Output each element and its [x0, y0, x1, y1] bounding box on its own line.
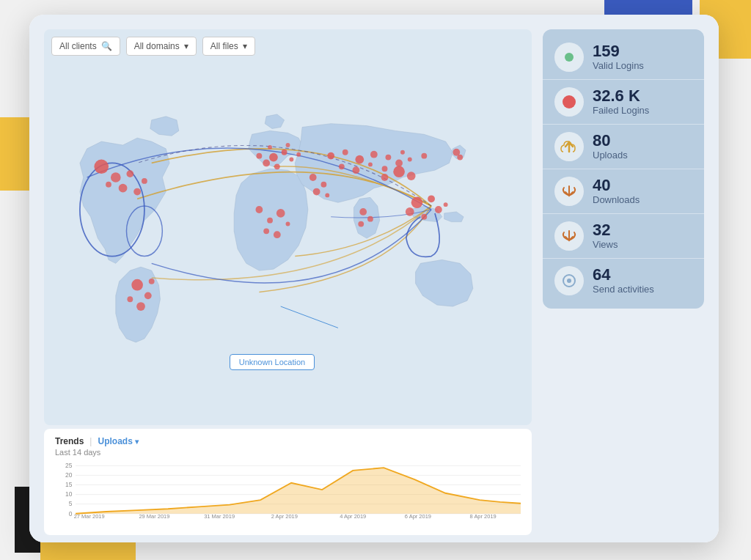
send-activities-text: 64 Send activities: [593, 266, 654, 295]
svg-point-28: [435, 206, 442, 213]
send-activities-icon: [554, 266, 584, 295]
stat-valid-logins[interactable]: 159 Valid Logins: [543, 35, 704, 80]
svg-point-18: [353, 166, 360, 174]
svg-point-20: [382, 166, 388, 172]
files-dropdown[interactable]: All files ▾: [202, 37, 255, 56]
chart-area: Trends | Uploads ▾ Last 14 days 25 20: [44, 429, 532, 535]
svg-text:6 Apr 2019: 6 Apr 2019: [405, 513, 431, 520]
uploads-label: Uploads: [593, 150, 628, 161]
laptop-frame: All clients 🔍 All domains ▾ All files ▾: [29, 15, 719, 542]
svg-line-60: [281, 306, 338, 328]
stat-send-activities[interactable]: 64 Send activities: [543, 259, 704, 303]
svg-point-37: [131, 279, 143, 291]
svg-point-59: [381, 174, 389, 181]
svg-point-25: [428, 195, 435, 202]
valid-logins-number: 159: [593, 43, 644, 60]
chart-filter[interactable]: Uploads ▾: [98, 436, 138, 446]
svg-point-43: [267, 218, 273, 224]
downloads-number: 40: [593, 177, 640, 194]
svg-point-11: [327, 152, 334, 160]
svg-point-51: [325, 194, 329, 198]
svg-point-36: [133, 188, 141, 196]
svg-point-47: [286, 222, 290, 226]
svg-point-8: [256, 153, 262, 159]
svg-point-44: [276, 209, 285, 218]
valid-logins-icon: [554, 43, 584, 72]
stats-panel: 159 Valid Logins 32.6 K Failed Logins: [543, 29, 704, 309]
files-label: All files: [210, 41, 238, 51]
svg-point-41: [149, 279, 155, 284]
svg-text:15: 15: [65, 481, 73, 488]
uploads-number: 80: [593, 132, 628, 150]
svg-point-57: [393, 166, 405, 177]
svg-point-56: [457, 155, 463, 161]
uploads-icon: [554, 132, 584, 161]
domains-label: All domains: [134, 41, 180, 51]
svg-point-50: [313, 188, 320, 196]
toolbar: All clients 🔍 All domains ▾ All files ▾: [51, 37, 255, 56]
search-box[interactable]: All clients 🔍: [51, 37, 120, 56]
svg-point-16: [400, 150, 405, 155]
svg-text:27 Mar 2019: 27 Mar 2019: [74, 513, 105, 520]
svg-point-33: [142, 178, 147, 184]
downloads-text: 40 Downloads: [593, 177, 640, 206]
unknown-location-label: Unknown Location: [230, 354, 315, 370]
chart-subtitle: Last 14 days: [55, 448, 521, 457]
svg-point-10: [268, 145, 272, 150]
svg-text:8 Apr 2019: 8 Apr 2019: [470, 513, 497, 520]
failed-logins-icon: [554, 87, 584, 117]
svg-point-58: [407, 172, 416, 180]
views-label: Views: [593, 239, 618, 251]
svg-point-17: [339, 163, 345, 169]
svg-point-23: [421, 153, 427, 159]
svg-point-48: [309, 174, 317, 181]
svg-point-31: [111, 172, 121, 183]
valid-logins-label: Valid Logins: [593, 60, 644, 72]
svg-point-45: [263, 228, 269, 234]
domains-dropdown[interactable]: All domains ▾: [126, 37, 197, 56]
views-text: 32 Views: [593, 221, 618, 251]
svg-point-38: [144, 292, 152, 299]
svg-point-21: [395, 160, 403, 167]
svg-point-40: [136, 302, 145, 311]
failed-logins-label: Failed Logins: [593, 105, 649, 117]
dashboard: All clients 🔍 All domains ▾ All files ▾: [29, 15, 719, 542]
svg-point-49: [320, 182, 326, 188]
svg-point-15: [386, 155, 392, 161]
chevron-down-icon-chart: ▾: [135, 438, 139, 446]
stat-downloads[interactable]: 40 Downloads: [543, 169, 704, 214]
search-text: All clients: [59, 41, 97, 51]
failed-logins-number: 32.6 K: [593, 87, 649, 105]
svg-point-19: [368, 162, 373, 166]
svg-text:4 Apr 2019: 4 Apr 2019: [340, 513, 366, 520]
chevron-down-icon-2: ▾: [243, 41, 247, 51]
chart-header: Trends | Uploads ▾: [55, 436, 521, 446]
stat-failed-logins[interactable]: 32.6 K Failed Logins: [543, 80, 704, 125]
svg-point-42: [255, 206, 263, 213]
send-activities-label: Send activities: [593, 284, 654, 295]
svg-point-64: [567, 279, 571, 283]
stat-uploads[interactable]: 80 Uploads: [543, 125, 704, 169]
failed-logins-text: 32.6 K Failed Logins: [593, 87, 649, 117]
downloads-label: Downloads: [593, 194, 640, 206]
world-map: Unknown Location: [44, 59, 532, 425]
svg-point-7: [296, 152, 301, 157]
svg-point-13: [355, 155, 364, 164]
svg-point-53: [367, 216, 373, 222]
svg-point-46: [274, 231, 281, 238]
stat-views[interactable]: 32 Views: [543, 214, 704, 259]
svg-text:25: 25: [65, 462, 73, 469]
svg-point-9: [286, 143, 290, 147]
views-icon: [554, 221, 584, 251]
svg-point-6: [274, 163, 280, 169]
svg-text:29 Mar 2019: 29 Mar 2019: [139, 513, 169, 520]
svg-point-24: [411, 196, 423, 208]
svg-point-14: [370, 151, 378, 158]
uploads-text: 80 Uploads: [593, 132, 628, 161]
svg-text:5: 5: [69, 500, 73, 507]
svg-point-2: [269, 153, 278, 162]
chart-svg: 25 20 15 10 5 0 27 Mar 2019 29 Mar 2019 …: [55, 460, 521, 520]
svg-text:0: 0: [69, 510, 73, 517]
svg-text:31 Mar 2019: 31 Mar 2019: [204, 513, 235, 520]
svg-point-30: [94, 160, 109, 174]
